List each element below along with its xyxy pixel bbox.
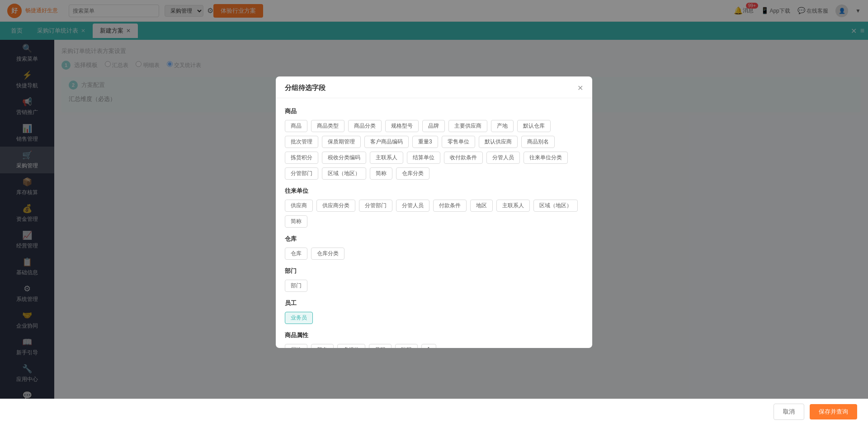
overlay: 分组待选字段 ✕ 商品 商品 商品类型 商品分类 规格型号 品牌 主要供应商 产… — [0, 0, 868, 424]
tag-abbr[interactable]: 简称 — [370, 167, 392, 180]
dialog-title: 分组待选字段 — [285, 84, 326, 92]
dept-tags: 部门 — [285, 280, 583, 292]
tag-payment-cond[interactable]: 付款条件 — [433, 200, 467, 212]
tag-region2[interactable]: 区域（地区） — [533, 200, 578, 212]
tag-batch-mgmt[interactable]: 批次管理 — [285, 136, 318, 148]
warehouse-tags: 仓库 仓库分类 — [285, 248, 583, 260]
tag-dept[interactable]: 分管部门 — [285, 167, 318, 180]
tag-main-contact[interactable]: 主联系人 — [370, 152, 403, 164]
product-attr-tags: 属性 颜色 多规格 尺码 鞋码 1 — [285, 344, 583, 348]
tag-customer-code[interactable]: 客户商品编码 — [364, 136, 409, 148]
tag-brand[interactable]: 品牌 — [422, 120, 445, 132]
tag-attr-1[interactable]: 1 — [421, 344, 436, 348]
tag-default-warehouse[interactable]: 默认仓库 — [517, 120, 551, 132]
tag-department[interactable]: 部门 — [285, 280, 307, 292]
save-button[interactable]: 保存并查询 — [810, 404, 857, 419]
tag-warehouse-cat[interactable]: 仓库分类 — [396, 167, 429, 180]
tag-tax-code[interactable]: 税收分类编码 — [322, 152, 366, 164]
section-title-partner: 往来单位 — [285, 187, 583, 195]
tag-region[interactable]: 区域（地区） — [322, 167, 366, 180]
section-title-product-attr: 商品属性 — [285, 331, 583, 339]
tag-partner-supervisor[interactable]: 分管人员 — [396, 200, 429, 212]
section-title-staff: 员工 — [285, 299, 583, 307]
tag-pick-points[interactable]: 拣货积分 — [285, 152, 318, 164]
tag-quality-mgmt[interactable]: 保质期管理 — [322, 136, 361, 148]
tag-retail-unit[interactable]: 零售单位 — [442, 136, 475, 148]
tag-origin[interactable]: 产地 — [491, 120, 514, 132]
tag-product-category[interactable]: 商品分类 — [348, 120, 382, 132]
tag-attribute[interactable]: 属性 — [285, 344, 307, 348]
tag-spec-model[interactable]: 规格型号 — [385, 120, 419, 132]
tag-abbr2[interactable]: 简称 — [285, 215, 307, 228]
section-title-dept: 部门 — [285, 267, 583, 275]
tag-product[interactable]: 商品 — [285, 120, 307, 132]
partner-tags: 供应商 供应商分类 分管部门 分管人员 付款条件 地区 主联系人 区域（地区） … — [285, 200, 583, 228]
tag-warehouse-category[interactable]: 仓库分类 — [311, 248, 344, 260]
section-title-warehouse: 仓库 — [285, 235, 583, 243]
tag-warehouse[interactable]: 仓库 — [285, 248, 307, 260]
tag-partner-dept[interactable]: 分管部门 — [359, 200, 392, 212]
tag-weight3[interactable]: 重量3 — [412, 136, 438, 148]
dialog: 分组待选字段 ✕ 商品 商品 商品类型 商品分类 规格型号 品牌 主要供应商 产… — [276, 76, 592, 348]
tag-product-alias[interactable]: 商品别名 — [521, 136, 555, 148]
tag-main-contact2[interactable]: 主联系人 — [496, 200, 530, 212]
tag-area[interactable]: 地区 — [470, 200, 493, 212]
dialog-close-btn[interactable]: ✕ — [577, 84, 583, 92]
tag-size[interactable]: 尺码 — [369, 344, 392, 348]
tag-default-supplier[interactable]: 默认供应商 — [479, 136, 518, 148]
tag-multi-spec[interactable]: 多规格 — [337, 344, 365, 348]
tag-product-type[interactable]: 商品类型 — [311, 120, 344, 132]
tag-main-supplier[interactable]: 主要供应商 — [448, 120, 487, 132]
tag-supplier[interactable]: 供应商 — [285, 200, 313, 212]
section-title-product: 商品 — [285, 107, 583, 115]
tag-settlement-unit[interactable]: 结算单位 — [407, 152, 440, 164]
product-tags: 商品 商品类型 商品分类 规格型号 品牌 主要供应商 产地 默认仓库 批次管理 … — [285, 120, 583, 180]
tag-payment-terms[interactable]: 收付款条件 — [444, 152, 483, 164]
staff-tags: 业务员 — [285, 312, 583, 324]
tag-supplier-cat[interactable]: 供应商分类 — [316, 200, 355, 212]
tag-shoe-size[interactable]: 鞋码 — [395, 344, 418, 348]
dialog-header: 分组待选字段 ✕ — [276, 76, 592, 98]
dialog-body[interactable]: 商品 商品 商品类型 商品分类 规格型号 品牌 主要供应商 产地 默认仓库 批次… — [276, 98, 592, 348]
bottom-bar: 取消 保存并查询 — [0, 399, 868, 424]
tag-partner-category[interactable]: 往来单位分类 — [524, 152, 568, 164]
cancel-button[interactable]: 取消 — [774, 404, 804, 420]
tag-supervisor[interactable]: 分管人员 — [486, 152, 520, 164]
tag-salesperson[interactable]: 业务员 — [285, 312, 313, 324]
tag-color[interactable]: 颜色 — [311, 344, 334, 348]
